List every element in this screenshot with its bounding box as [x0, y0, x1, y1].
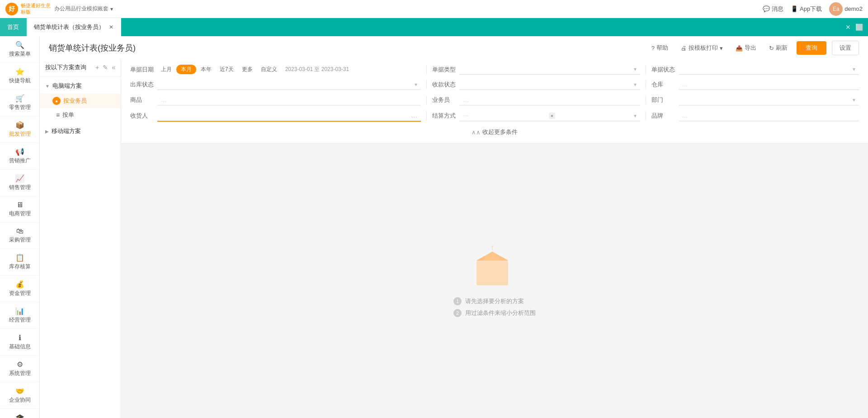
sidebar-item-label: 基础信息 — [0, 343, 39, 351]
scheme-add-btn[interactable]: + — [95, 64, 99, 71]
sidebar-item-label: 企业协同 — [0, 396, 39, 404]
svg-marker-2 — [476, 256, 484, 261]
template-print-btn[interactable]: 🖨 按模板打印 ▾ — [677, 42, 726, 54]
sidebar-item-sales[interactable]: 📈 销售管理 — [0, 170, 39, 196]
salesperson-label: 业务员 — [432, 96, 459, 104]
recipient-control[interactable]: … — [157, 110, 421, 122]
sidebar-item-system[interactable]: ⚙ 系统管理 — [0, 356, 39, 382]
recipient-more-icon[interactable]: … — [411, 112, 417, 119]
department-dropdown-icon: ▾ — [853, 97, 855, 103]
sidebar-item-inventory[interactable]: 📋 库存核算 — [0, 249, 39, 276]
date-btn-custom[interactable]: 自定义 — [257, 65, 281, 74]
sidebar-item-operation[interactable]: 📊 经营管理 — [0, 302, 39, 329]
window-close-btn[interactable]: ✕ — [844, 24, 852, 31]
operation-icon: 📊 — [0, 307, 39, 315]
filter-field-payment-status: 收款状态 ▾ — [432, 80, 640, 90]
sidebar-item-retail[interactable]: 🛒 零售管理 — [0, 90, 39, 116]
scheme-sub-item-by-order[interactable]: ≡ 按单 — [40, 108, 121, 122]
scheme-panel: 按以下方案查询 + ✎ « ▼ 电脑端方案 ● — [40, 59, 121, 418]
sidebar-item-label: 系统管理 — [0, 370, 39, 377]
voucher-type-control[interactable]: ▾ — [459, 64, 640, 75]
message-btn[interactable]: 💬 消息 — [763, 5, 783, 13]
divider-1 — [426, 65, 427, 74]
date-btn-more[interactable]: 更多 — [238, 65, 256, 74]
export-btn[interactable]: 📤 导出 — [732, 42, 760, 54]
sidebar-item-label: 快捷导航 — [0, 77, 39, 85]
svg-text:↑: ↑ — [491, 245, 495, 252]
goods-label: 商品 — [130, 96, 157, 104]
date-btn-this-month[interactable]: 本月 — [176, 65, 196, 74]
sidebar-item-ecommerce[interactable]: 🖥 电商管理 — [0, 196, 39, 223]
tab-bar: 首页 销货单统计表（按业务员） ✕ ✕ ⬜ — [0, 18, 868, 36]
settings-btn[interactable]: 设置 — [832, 41, 859, 55]
top-bar-left: 好 畅捷通好生意标版 办公用品行业模拟账套 ▾ — [5, 3, 113, 15]
tab-sales-stats[interactable]: 销货单统计表（按业务员） ✕ — [27, 18, 121, 36]
filter-field-department: 部门 ▾ — [651, 95, 859, 105]
scheme-edit-btn[interactable]: ✎ — [103, 64, 108, 71]
filter-row-4: 收货人 … 结算方式 × — [130, 110, 859, 122]
top-bar-dropdown[interactable]: 办公用品行业模拟账套 ▾ — [54, 5, 113, 13]
date-btn-7days[interactable]: 近7天 — [216, 65, 237, 74]
divider-7 — [426, 111, 427, 120]
newbie-icon: 🎓 — [0, 413, 39, 418]
date-btn-last-month[interactable]: 上月 — [157, 65, 175, 74]
tab-close-icon[interactable]: ✕ — [109, 24, 113, 30]
payment-status-control[interactable]: ▾ — [459, 80, 640, 90]
brand-control[interactable]: … — [679, 110, 859, 121]
sidebar-item-finance[interactable]: 💰 资金管理 — [0, 276, 39, 302]
tab-spacer — [121, 18, 839, 36]
home-tab-label: 首页 — [7, 23, 19, 31]
warehouse-control[interactable]: … — [679, 79, 859, 90]
window-maximize-btn[interactable]: ⬜ — [855, 24, 863, 31]
app-download-btn[interactable]: 📱 App下载 — [791, 5, 822, 13]
print-icon: 🖨 — [681, 45, 687, 52]
department-control[interactable]: ▾ — [679, 95, 859, 105]
scheme-title: 按以下方案查询 — [45, 63, 86, 71]
tab-home[interactable]: 首页 — [0, 18, 27, 36]
refresh-label: 刷新 — [776, 44, 788, 52]
sidebar-item-label: 资金管理 — [0, 290, 39, 297]
empty-illustration: ↑ — [467, 245, 522, 290]
voucher-status-control[interactable]: ▾ — [679, 64, 859, 75]
scheme-group-mobile-title[interactable]: ▶ 移动端方案 — [40, 124, 121, 139]
settlement-dropdown-icon: ▾ — [634, 113, 637, 119]
sidebar-item-search[interactable]: 🔍 搜索菜单 — [0, 36, 39, 63]
collapse-btn[interactable]: ∧∧ 收起更多条件 — [130, 126, 859, 138]
page-header-row: 销货单统计表(按业务员) ? 帮助 🖨 按模板打印 ▾ 📤 导出 — [40, 36, 868, 59]
date-btn-this-year[interactable]: 本年 — [197, 65, 215, 74]
divider-8 — [646, 111, 646, 120]
sidebar-item-newbie[interactable]: 🎓 新手引导 — [0, 409, 39, 418]
date-quick-btns: 上月 本月 本年 近7天 更多 自定义 2023-03-01 至 2023-03… — [157, 65, 421, 74]
scheme-collapse-btn[interactable]: « — [112, 64, 115, 71]
collapse-up-icon: ∧∧ — [472, 129, 481, 136]
filter-row-1: 单据日期 上月 本月 本年 近7天 更多 自定义 2023-03-01 至 20… — [130, 64, 859, 75]
settlement-label: 结算方式 — [432, 112, 459, 120]
query-btn[interactable]: 查询 — [797, 41, 826, 55]
sidebar-item-purchase[interactable]: 🛍 采购管理 — [0, 223, 39, 249]
panel-area: 按以下方案查询 + ✎ « ▼ 电脑端方案 ● — [40, 59, 868, 418]
sidebar-item-quick-nav[interactable]: ⭐ 快捷导航 — [0, 63, 39, 90]
filter-field-outbound-status: 出库状态 ▾ — [130, 80, 421, 90]
help-btn[interactable]: ? 帮助 — [648, 42, 672, 54]
sidebar-item-label: 采购管理 — [0, 236, 39, 244]
filter-field-salesperson: 业务员 … — [432, 95, 640, 105]
sidebar-item-basic[interactable]: ℹ 基础信息 — [0, 329, 39, 356]
sidebar-item-marketing[interactable]: 📢 营销推广 — [0, 143, 39, 170]
user-area[interactable]: Ea demo2 — [829, 2, 863, 16]
scheme-group-desktop-title[interactable]: ▼ 电脑端方案 — [40, 78, 121, 94]
sidebar-item-corp[interactable]: 🤝 企业协同 — [0, 382, 39, 409]
refresh-btn[interactable]: ↻ 刷新 — [765, 42, 791, 54]
sidebar-item-label: 库存核算 — [0, 263, 39, 271]
scheme-item-by-salesperson[interactable]: ● 按业务员 — [40, 94, 121, 108]
logo-area: 好 畅捷通好生意标版 — [5, 3, 51, 15]
top-bar: 好 畅捷通好生意标版 办公用品行业模拟账套 ▾ 💬 消息 📱 App下载 Ea … — [0, 0, 868, 18]
filter-field-voucher-status: 单据状态 ▾ — [651, 64, 859, 75]
outbound-status-control[interactable]: ▾ — [157, 80, 421, 90]
goods-control[interactable]: … — [157, 95, 421, 105]
sales-icon: 📈 — [0, 174, 39, 183]
scheme-header: 按以下方案查询 + ✎ « — [40, 59, 121, 76]
settlement-control[interactable]: × ▾ — [459, 111, 640, 121]
sidebar-item-wholesale[interactable]: 📦 批发管理 — [0, 116, 39, 143]
salesperson-control[interactable]: … — [459, 95, 640, 105]
settlement-tag-close[interactable]: × — [549, 113, 555, 119]
